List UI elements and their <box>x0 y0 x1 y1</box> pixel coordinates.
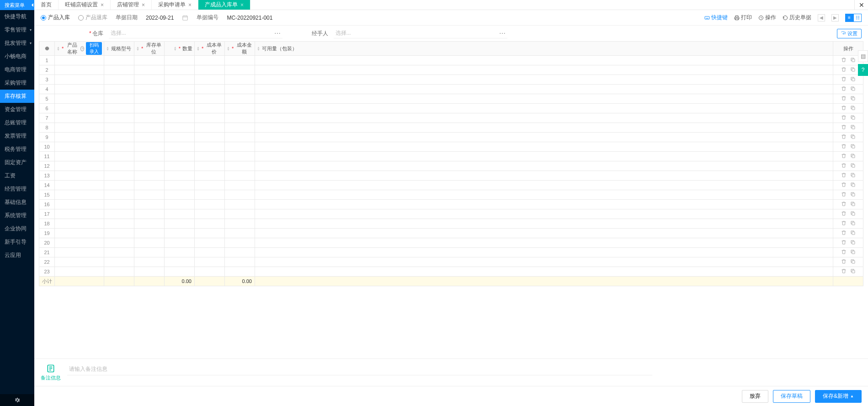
cell[interactable] <box>255 56 833 65</box>
copy-row-button[interactable] <box>850 211 856 217</box>
tab-3[interactable]: 采购申请单× <box>152 0 198 10</box>
delete-row-button[interactable] <box>841 86 847 92</box>
cell[interactable] <box>255 85 833 94</box>
sidebar-item-16[interactable]: 企业协同 <box>0 222 34 235</box>
sidebar-item-0[interactable]: 快捷导航 <box>0 10 34 23</box>
cell[interactable] <box>195 267 225 277</box>
cell[interactable] <box>55 200 104 209</box>
discard-button[interactable]: 放弃 <box>742 390 768 403</box>
table-row[interactable]: 15 <box>39 190 863 200</box>
shortcut-link[interactable]: 快捷键 <box>704 14 728 21</box>
cell[interactable] <box>225 200 255 209</box>
cell[interactable] <box>195 190 225 200</box>
table-row[interactable]: 3 <box>39 75 863 85</box>
delete-row-button[interactable] <box>841 57 847 64</box>
cell[interactable] <box>195 200 225 209</box>
next-doc-button[interactable]: ▶ <box>831 14 839 21</box>
cell[interactable] <box>165 171 195 181</box>
warehouse-select[interactable]: 选择... ⋯ <box>109 28 282 38</box>
table-row[interactable]: 14 <box>39 181 863 190</box>
cell[interactable] <box>165 238 195 248</box>
delete-row-button[interactable] <box>841 115 847 121</box>
cell[interactable] <box>104 181 134 190</box>
cell[interactable] <box>134 133 165 142</box>
cell[interactable] <box>55 152 104 161</box>
cell[interactable] <box>195 209 225 219</box>
tab-4[interactable]: 产成品入库单× <box>198 0 250 10</box>
close-icon[interactable]: × <box>142 2 145 8</box>
delete-row-button[interactable] <box>841 163 847 169</box>
copy-row-button[interactable] <box>850 115 856 121</box>
view-list-button[interactable]: ≡ <box>845 14 853 22</box>
print-button[interactable]: 打印 <box>734 14 752 21</box>
rail-button-1[interactable]: ▤ <box>858 50 868 62</box>
table-settings-button[interactable]: 设置 <box>837 29 862 38</box>
cell[interactable] <box>165 181 195 190</box>
cell[interactable] <box>195 171 225 181</box>
cell[interactable] <box>195 152 225 161</box>
cell[interactable] <box>104 94 134 104</box>
cell[interactable] <box>255 123 833 133</box>
col-cost-price[interactable]: ▲▼*成本单价 <box>195 42 225 56</box>
delete-row-button[interactable] <box>841 230 847 236</box>
cell[interactable] <box>104 152 134 161</box>
history-button[interactable]: 历史单据 <box>783 14 811 21</box>
copy-row-button[interactable] <box>850 57 856 64</box>
cell[interactable] <box>134 257 165 267</box>
cell[interactable] <box>104 200 134 209</box>
cell[interactable] <box>134 219 165 229</box>
cell[interactable] <box>165 85 195 94</box>
table-row[interactable]: 16 <box>39 200 863 209</box>
cell[interactable] <box>104 267 134 277</box>
cell[interactable] <box>104 209 134 219</box>
cell[interactable] <box>55 229 104 238</box>
cell[interactable] <box>225 257 255 267</box>
cell[interactable] <box>104 85 134 94</box>
cell[interactable] <box>55 85 104 94</box>
cell[interactable] <box>134 113 165 123</box>
cell[interactable] <box>225 248 255 257</box>
cell[interactable] <box>134 161 165 171</box>
cell[interactable] <box>195 113 225 123</box>
cell[interactable] <box>134 200 165 209</box>
col-gear[interactable] <box>39 42 55 56</box>
cell[interactable] <box>55 209 104 219</box>
cell[interactable] <box>195 248 225 257</box>
delete-row-button[interactable] <box>841 182 847 188</box>
cell[interactable] <box>225 171 255 181</box>
copy-row-button[interactable] <box>850 134 856 140</box>
sidebar-item-10[interactable]: 税务管理 <box>0 143 34 156</box>
cell[interactable] <box>255 113 833 123</box>
cell[interactable] <box>165 161 195 171</box>
cell[interactable] <box>255 248 833 257</box>
tab-0[interactable]: 首页 <box>34 0 59 10</box>
cell[interactable] <box>104 104 134 113</box>
tab-2[interactable]: 店铺管理× <box>111 0 152 10</box>
cell[interactable] <box>165 123 195 133</box>
cell[interactable] <box>55 123 104 133</box>
cell[interactable] <box>55 133 104 142</box>
sidebar-search[interactable]: 搜索菜单 <box>0 0 34 10</box>
cell[interactable] <box>165 65 195 75</box>
table-row[interactable]: 2 <box>39 65 863 75</box>
table-row[interactable]: 13 <box>39 171 863 181</box>
cell[interactable] <box>134 142 165 152</box>
delete-row-button[interactable] <box>841 240 847 246</box>
handler-select[interactable]: 选择... ⋯ <box>334 28 507 38</box>
cell[interactable] <box>104 123 134 133</box>
cell[interactable] <box>255 209 833 219</box>
cell[interactable] <box>195 161 225 171</box>
col-unit[interactable]: ▲▼*库存单位 <box>134 42 165 56</box>
cell[interactable] <box>165 113 195 123</box>
cell[interactable] <box>255 257 833 267</box>
table-row[interactable]: 4 <box>39 85 863 94</box>
cell[interactable] <box>225 152 255 161</box>
cell[interactable] <box>55 238 104 248</box>
cell[interactable] <box>104 257 134 267</box>
cell[interactable] <box>104 142 134 152</box>
cell[interactable] <box>165 209 195 219</box>
delete-row-button[interactable] <box>841 105 847 112</box>
cell[interactable] <box>255 94 833 104</box>
cell[interactable] <box>165 152 195 161</box>
table-row[interactable]: 7 <box>39 113 863 123</box>
